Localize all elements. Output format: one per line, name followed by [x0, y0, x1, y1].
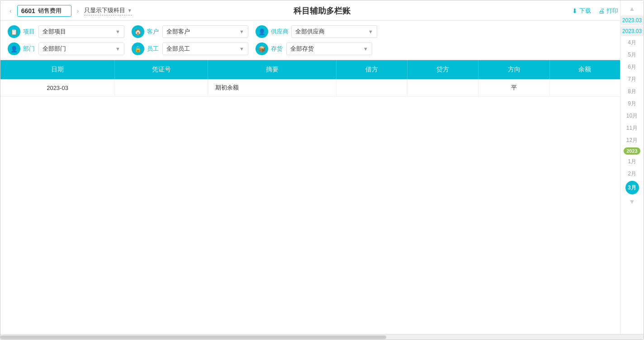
project-icon: 📋	[8, 25, 20, 38]
title-bar: ‹ 6601 销售费用 › 只显示下级科目 ▼ 科目辅助多栏账 ⬇ 下载 🖨 打…	[0, 0, 644, 21]
filter-department: 👤 部门 全部部门 ▼	[8, 42, 124, 55]
project-value: 全部项目	[43, 28, 66, 36]
show-sub-dropdown[interactable]: 只显示下级科目 ▼	[84, 6, 132, 15]
cell-date: 2023-03	[0, 79, 115, 97]
download-icon: ⬇	[572, 7, 578, 14]
col-date: 日期	[0, 60, 115, 79]
department-select-arrow-icon: ▼	[115, 46, 120, 52]
supplier-value: 全部供应商	[295, 28, 325, 36]
filter-inventory: 📦 存货 全部存货 ▼	[256, 42, 372, 55]
customer-value: 全部客户	[166, 28, 190, 36]
col-credit: 贷方	[407, 60, 478, 79]
show-sub-arrow-icon: ▼	[127, 8, 132, 13]
supplier-select[interactable]: 全部供应商 ▼	[291, 25, 377, 38]
department-icon: 👤	[8, 42, 20, 55]
filter-project: 📋 项目 全部项目 ▼	[8, 25, 124, 38]
filter-customer: 🏠 客户 全部客户 ▼	[132, 25, 248, 38]
employee-icon: 🔒	[132, 42, 144, 55]
inventory-icon: 📦	[256, 42, 268, 55]
supplier-label: 供应商	[271, 28, 289, 36]
col-voucher: 凭证号	[115, 60, 208, 79]
timeline-down-button[interactable]: ▼	[627, 196, 637, 207]
download-label: 下载	[579, 7, 591, 15]
cell-balance	[549, 79, 620, 97]
account-name: 销售费用	[38, 7, 62, 15]
timeline-year-badge: 2023	[624, 147, 640, 155]
main-window: ‹ 6601 销售费用 › 只显示下级科目 ▼ 科目辅助多栏账 ⬇ 下载 🖨 打…	[0, 0, 644, 340]
timeline-month-1[interactable]: 1月	[620, 156, 644, 168]
inventory-select[interactable]: 全部存货 ▼	[286, 42, 372, 55]
supplier-select-arrow-icon: ▼	[368, 29, 373, 34]
employee-label: 员工	[147, 45, 160, 53]
inventory-label: 存货	[271, 45, 284, 53]
timeline-month-9[interactable]: 9月	[620, 98, 644, 110]
table-row: 2023-03 期初余额 平	[0, 79, 620, 97]
title-right: ⬇ 下载 🖨 打印	[572, 7, 618, 15]
supplier-icon: 👤	[256, 25, 268, 38]
customer-select-arrow-icon: ▼	[239, 29, 244, 34]
inventory-value: 全部存货	[290, 45, 314, 53]
timeline-month-2[interactable]: 2月	[620, 168, 644, 180]
timeline-month-3-active[interactable]: 3月	[625, 181, 639, 194]
table-header-row: 日期 凭证号 摘要 借方 贷方 方向 余额	[0, 60, 620, 79]
prev-account-button[interactable]: ‹	[8, 6, 14, 15]
timeline-month-11[interactable]: 11月	[620, 122, 644, 134]
show-sub-label: 只显示下级科目	[84, 6, 125, 14]
project-label: 项目	[23, 28, 36, 36]
filter-employee: 🔒 员工 全部员工 ▼	[132, 42, 248, 55]
project-select[interactable]: 全部项目 ▼	[38, 25, 124, 38]
account-code: 6601	[21, 7, 35, 14]
customer-icon: 🏠	[132, 25, 144, 38]
timeline-month-6[interactable]: 6月	[620, 61, 644, 73]
next-account-button[interactable]: ›	[75, 6, 81, 15]
print-icon: 🖨	[598, 7, 605, 14]
cell-voucher	[115, 79, 208, 97]
account-code-box: 6601 销售费用	[17, 5, 71, 17]
scrollbar-thumb	[0, 335, 386, 339]
department-value: 全部部门	[43, 45, 66, 53]
table-container[interactable]: 日期 凭证号 摘要 借方 贷方 方向 余额 2023-03 期初余额 平	[0, 60, 620, 334]
timeline-month-7[interactable]: 7月	[620, 73, 644, 85]
print-label: 打印	[606, 7, 618, 15]
download-button[interactable]: ⬇ 下载	[572, 7, 591, 15]
title-left: ‹ 6601 销售费用 › 只显示下级科目 ▼	[8, 5, 132, 17]
print-button[interactable]: 🖨 打印	[598, 7, 618, 15]
timeline-month-12[interactable]: 12月	[620, 134, 644, 146]
filter-row-1: 📋 项目 全部项目 ▼ 🏠 客户 全部客户 ▼ 👤 供应商	[8, 25, 636, 38]
customer-select[interactable]: 全部客户 ▼	[162, 25, 248, 38]
filter-supplier: 👤 供应商 全部供应商 ▼	[256, 25, 377, 38]
department-label: 部门	[23, 45, 36, 53]
cell-summary: 期初余额	[208, 79, 336, 97]
col-summary: 摘要	[208, 60, 336, 79]
project-select-arrow-icon: ▼	[115, 29, 120, 34]
customer-label: 客户	[147, 28, 160, 36]
page-title: 科目辅助多栏账	[294, 5, 350, 16]
cell-credit	[407, 79, 478, 97]
col-direction: 方向	[478, 60, 549, 79]
ledger-table: 日期 凭证号 摘要 借方 贷方 方向 余额 2023-03 期初余额 平	[0, 60, 620, 97]
department-select[interactable]: 全部部门 ▼	[38, 42, 124, 55]
timeline-month-8[interactable]: 8月	[620, 85, 644, 98]
employee-select[interactable]: 全部员工 ▼	[162, 42, 248, 55]
horizontal-scrollbar[interactable]	[0, 334, 644, 340]
col-debit: 借方	[336, 60, 407, 79]
employee-select-arrow-icon: ▼	[239, 46, 244, 52]
timeline-month-10[interactable]: 10月	[620, 110, 644, 122]
timeline-panel: ▲ 2023.03 2023.03 4月 5月 6月 7月 8月 9月 10月 …	[620, 60, 644, 334]
inventory-select-arrow-icon: ▼	[363, 46, 368, 52]
cell-direction: 平	[478, 79, 549, 97]
filter-area: 📋 项目 全部项目 ▼ 🏠 客户 全部客户 ▼ 👤 供应商	[0, 21, 644, 60]
filter-row-2: 👤 部门 全部部门 ▼ 🔒 员工 全部员工 ▼ 📦 存货	[8, 42, 636, 55]
employee-value: 全部员工	[166, 45, 190, 53]
main-content: 日期 凭证号 摘要 借方 贷方 方向 余额 2023-03 期初余额 平	[0, 60, 644, 334]
col-balance: 余额	[549, 60, 620, 79]
cell-debit	[336, 79, 407, 97]
